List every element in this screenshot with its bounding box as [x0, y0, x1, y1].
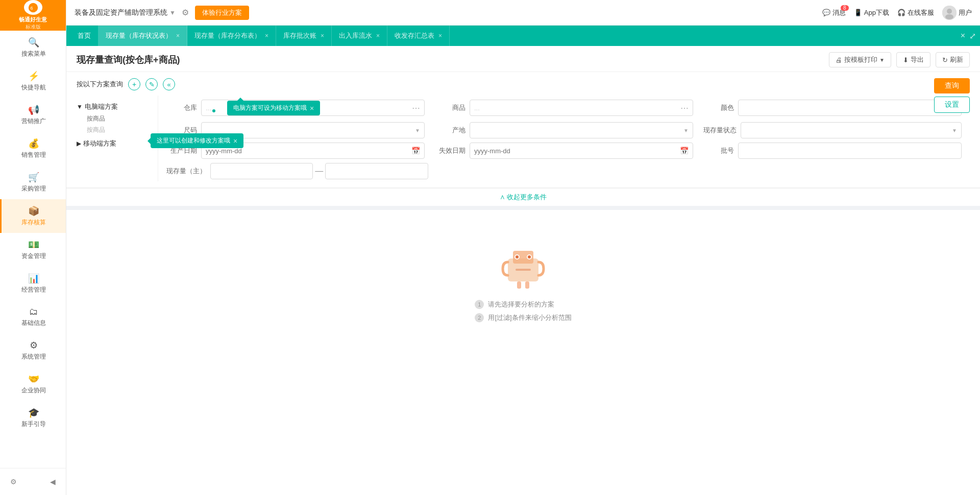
collapse-label: 收起更多条件	[507, 193, 547, 201]
sidebar-item-system[interactable]: ⚙ 系统管理	[0, 334, 66, 367]
svg-point-4	[945, 14, 953, 19]
inventory-dist-tab-label: 现存量（库存分布表）	[194, 31, 261, 40]
tab-inventory-status[interactable]: 现存量（库存状况表） ×	[99, 26, 187, 46]
topbar-left: 装备及固定资产辅助管理系统 ▼ ⚙ 体验行业方案	[75, 6, 249, 20]
expire-date-input[interactable]	[470, 147, 676, 155]
batch-account-tab-label: 库存批次账	[283, 31, 316, 40]
arrow-scheme-btn[interactable]: «	[163, 78, 175, 90]
dropdown-arrow-icon: ▼	[169, 9, 176, 16]
sidebar-item-purchase[interactable]: 🛒 采购管理	[0, 166, 66, 199]
message-btn[interactable]: 💬 消息 8	[822, 8, 846, 17]
message-badge: 8	[841, 5, 849, 11]
refresh-btn[interactable]: ↻ 刷新	[936, 52, 970, 67]
message-icon: 💬	[822, 9, 830, 16]
filter-row-4: 现存量（主） —	[166, 161, 962, 181]
tip-text-2: 用[过滤]条件来缩小分析范围	[488, 313, 571, 322]
color-label: 颜色	[703, 103, 734, 112]
section-divider	[66, 206, 980, 210]
fullscreen-btn[interactable]: ⤢	[969, 31, 976, 41]
tooltip-close-2[interactable]: ×	[233, 137, 237, 145]
user-menu-btn[interactable]: 用户	[942, 6, 972, 20]
scheme-subitem-1[interactable]: 按商品	[77, 125, 158, 135]
app-label: App下载	[864, 8, 889, 17]
tab-receive-summary[interactable]: 收发存汇总表 ×	[387, 26, 450, 46]
origin-dropdown-icon: ▼	[683, 128, 689, 133]
sidebar-item-sales[interactable]: 💰 销售管理	[0, 132, 66, 166]
service-label: 在线客服	[908, 8, 934, 17]
solution-button[interactable]: 体验行业方案	[195, 6, 249, 20]
tabbar-right-actions: × ⤢	[961, 31, 976, 41]
reset-btn[interactable]: 设置	[934, 97, 970, 113]
collapse-sidebar-btn[interactable]: ◀	[44, 474, 61, 490]
empty-illustration	[498, 241, 549, 292]
page-title: 现存量查询(按仓库+商品)	[77, 54, 180, 66]
desktop-scheme-title[interactable]: ▼ 电脑端方案	[77, 101, 158, 113]
sidebar-item-guide[interactable]: 🎓 新手引导	[0, 401, 66, 435]
expire-date-calendar-icon[interactable]: 📅	[676, 147, 693, 155]
size-dropdown-icon: ▼	[415, 128, 420, 133]
export-btn[interactable]: ⬇ 导出	[896, 52, 930, 67]
empty-state: 1 请先选择要分析的方案 2 用[过滤]条件来缩小分析范围	[66, 210, 980, 353]
sidebar-item-marketing[interactable]: 📢 营销推广	[0, 98, 66, 132]
tooltip-close-1[interactable]: ×	[310, 104, 314, 112]
sidebar: 6 畅通好生意 标准版 🔍 搜索菜单 ⚡ 快捷导航 📢 营销推广 💰 销售管理 …	[0, 0, 66, 495]
system-icon: ⚙	[30, 340, 38, 351]
online-service-btn[interactable]: 🎧 在线客服	[897, 8, 934, 17]
tab-close-receive-summary[interactable]: ×	[438, 32, 442, 39]
scheme-item-goods[interactable]: 按商品	[77, 113, 158, 125]
headset-icon: 🎧	[897, 9, 905, 16]
tab-close-inventory-dist[interactable]: ×	[265, 32, 268, 39]
query-btn[interactable]: 查询	[934, 78, 970, 93]
app-download-btn[interactable]: 📱 App下载	[854, 8, 889, 17]
empty-tip-2: 2 用[过滤]条件来缩小分析范围	[475, 313, 571, 322]
tab-batch-account[interactable]: 库存批次账 ×	[276, 26, 332, 46]
sidebar-item-finance[interactable]: 💵 资金管理	[0, 233, 66, 267]
mobile-scheme-arrow: ▶	[77, 140, 81, 147]
settings-footer-btn[interactable]: ⚙	[5, 474, 21, 490]
sidebar-item-search[interactable]: 🔍 搜索菜单	[0, 31, 66, 64]
tab-close-batch-account[interactable]: ×	[321, 32, 324, 39]
origin-filter: 产地 ▼	[435, 122, 693, 138]
tab-inventory-dist[interactable]: 现存量（库存分布表） ×	[187, 26, 276, 46]
operations-icon: 📊	[28, 273, 39, 284]
tab-close-inventory-status[interactable]: ×	[176, 32, 180, 39]
tooltip-create-scheme: 这里可以创建和修改方案哦 ×	[151, 133, 243, 148]
stock-qty-max-input[interactable]	[325, 163, 428, 179]
inventory-icon: 📦	[28, 205, 39, 217]
tab-close-in-out-flow[interactable]: ×	[376, 32, 380, 39]
search-icon: 🔍	[28, 37, 39, 48]
tab-home[interactable]: 首页	[70, 26, 99, 46]
add-scheme-btn[interactable]: +	[128, 78, 140, 90]
template-print-btn[interactable]: 🖨 按模板打印 ▼	[829, 52, 891, 67]
system-name-dropdown[interactable]: 装备及固定资产辅助管理系统 ▼	[75, 8, 176, 17]
purchase-icon: 🛒	[28, 172, 39, 183]
chevron-down-icon: ▼	[879, 57, 885, 63]
expire-date-input-wrapper[interactable]: 📅	[470, 143, 693, 159]
close-all-tabs-btn[interactable]: ×	[961, 31, 965, 41]
sidebar-item-inventory[interactable]: 📦 库存核算	[0, 199, 66, 233]
sidebar-item-enterprise[interactable]: 🤝 企业协同	[0, 367, 66, 401]
batch-filter: 批号	[703, 143, 962, 159]
sidebar-item-operations[interactable]: 📊 经营管理	[0, 267, 66, 300]
tab-in-out-flow[interactable]: 出入库流水 ×	[332, 26, 387, 46]
settings-icon[interactable]: ⚙	[182, 8, 189, 17]
query-action-btns: 查询 设置	[934, 78, 970, 113]
finance-icon: 💵	[28, 239, 39, 250]
filter-row-2: 尺码 ▼ 产地 ▼	[166, 120, 962, 140]
collapse-bar[interactable]: ∧ 收起更多条件	[66, 188, 980, 206]
tooltip-text-2: 这里可以创建和修改方案哦	[157, 136, 230, 145]
sidebar-item-basic-info[interactable]: 🗂 基础信息	[0, 300, 66, 334]
sidebar-item-quick-nav[interactable]: ⚡ 快捷导航	[0, 64, 66, 98]
logo-icon: 6	[24, 0, 42, 15]
basic-info-icon: 🗂	[29, 307, 38, 317]
edit-scheme-btn[interactable]: ✎	[145, 78, 158, 90]
warehouse-more-icon: ⋯	[412, 103, 420, 113]
marketing-icon: 📢	[28, 104, 39, 115]
query-area: 按以下方案查询 + ✎ « ▼ 电脑端方案	[66, 72, 980, 188]
stock-qty-min-input[interactable]	[210, 163, 313, 179]
stock-qty-filter: 现存量（主） —	[166, 163, 428, 179]
batch-label: 批号	[703, 146, 734, 155]
warehouse-label: 仓库	[166, 103, 197, 112]
prod-date-calendar-icon[interactable]: 📅	[407, 147, 424, 155]
batch-input[interactable]	[738, 143, 962, 159]
